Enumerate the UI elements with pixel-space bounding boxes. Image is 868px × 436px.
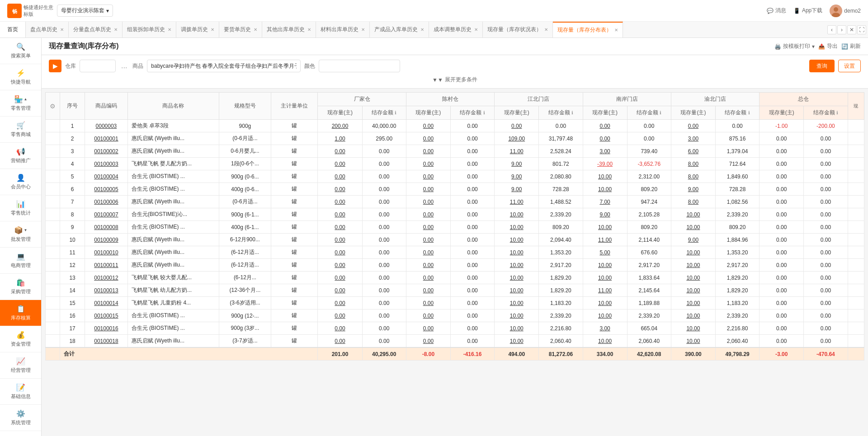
user-profile[interactable]: demo2 <box>830 5 861 17</box>
tab-material-outbound[interactable]: 材料出库单历史 ✕ <box>316 22 370 38</box>
product-input[interactable] <box>147 60 301 72</box>
setting-button[interactable]: 设置 <box>838 60 861 72</box>
cell-c-amount: 0.00 <box>450 284 494 297</box>
jb-amount-info-icon[interactable]: ℹ <box>571 110 573 115</box>
svg-point-3 <box>834 7 838 12</box>
yb-amount-info-icon[interactable]: ℹ <box>748 110 750 115</box>
sidebar-item-search[interactable]: 🔍 搜索英单 <box>0 38 41 64</box>
table-row: 17 00100016 合生元 (BIOSTIME) ... 900g (3岁.… <box>46 322 864 335</box>
cell-na-stock: 10.00 <box>583 221 627 234</box>
query-button[interactable]: 查询 <box>809 60 835 72</box>
refresh-icon: 🔄 <box>841 43 848 50</box>
warehouse-ellipsis[interactable]: ... <box>119 62 129 70</box>
tab-close-material-outbound[interactable]: ✕ <box>361 27 365 32</box>
sidebar-item-retail-mgmt[interactable]: 🏪 ▲ 零售管理 <box>0 90 41 117</box>
tab-other-outbound[interactable]: 其他出库单历史 ✕ <box>262 22 316 38</box>
sidebar-item-enterprise-coop[interactable]: 🤝 企业协同 <box>0 431 41 436</box>
cell-name: 爱他美 卓萃3段 <box>127 120 219 132</box>
tab-close-requisition[interactable]: ✕ <box>254 27 257 32</box>
tab-assembly[interactable]: 组装拆卸单历史 ✕ <box>123 22 176 38</box>
tab-inventory-count[interactable]: 盘点单历史 ✕ <box>26 22 69 38</box>
sidebar-item-quick-nav[interactable]: ⚡ 快捷导航 <box>0 64 41 90</box>
warehouse-input[interactable] <box>80 60 116 72</box>
cell-c-stock: 0.00 <box>406 284 450 297</box>
export-button[interactable]: 📤 导出 <box>818 42 838 50</box>
table-row: 16 00100015 合生元 (BIOSTIME) ... 900g (12-… <box>46 309 864 322</box>
sidebar-item-finance[interactable]: 💰 资金管理 <box>0 326 41 352</box>
cell-f-amount: 40,000.00 <box>362 120 406 132</box>
tab-close-stock-dist[interactable]: ✕ <box>614 28 618 33</box>
th-na-stock: 现存量(主) <box>583 106 627 120</box>
f-amount-info-icon[interactable]: ℹ <box>395 110 396 115</box>
tab-sub-inventory[interactable]: 分量盘点单历史 ✕ <box>69 22 123 38</box>
sidebar-item-system[interactable]: ⚙️ 系统管理 <box>0 405 41 431</box>
filter-row: ▶ 仓库 ... 商品 颜色 查询 设置 <box>49 60 861 72</box>
cell-jb-stock: 10.00 <box>495 335 539 348</box>
printer-icon: 🖨️ <box>774 43 781 50</box>
print-button[interactable]: 🖨️ 按模板打印 ▾ <box>774 42 815 50</box>
tab-stock-dist[interactable]: 现存量（库存分布表） ✕ <box>553 22 623 38</box>
cell-c-amount: 0.00 <box>450 272 494 284</box>
tab-expand-button[interactable]: ⛶ <box>857 25 866 34</box>
cell-yb-amount: 712.64 <box>715 158 759 170</box>
app-download-button[interactable]: 📱 App下载 <box>793 7 822 14</box>
cell-t-amount: 0.00 <box>804 335 848 348</box>
t-amount-info-icon[interactable]: ℹ <box>836 110 838 115</box>
sidebar-item-wholesale[interactable]: 📦 ▼ 批发管理 <box>0 221 41 248</box>
cell-spec: (6-12月... <box>219 272 271 284</box>
sidebar-item-inventory[interactable]: 📋 库存核算 <box>0 300 41 326</box>
color-input[interactable] <box>319 60 400 72</box>
tab-close-product-inbound[interactable]: ✕ <box>420 27 424 32</box>
tab-close-other-outbound[interactable]: ✕ <box>307 27 311 32</box>
tab-close-cost-adjust[interactable]: ✕ <box>474 27 478 32</box>
tab-stock-status[interactable]: 现存量（库存状况表） ✕ <box>483 22 553 38</box>
cell-f-stock: 0.00 <box>318 196 362 208</box>
sidebar-item-marketing[interactable]: 📢 营销推广 <box>0 143 41 169</box>
cell-no: 7 <box>60 196 85 208</box>
cell-na-amount: 809.20 <box>627 221 671 234</box>
message-button[interactable]: 💬 消息 <box>767 7 786 14</box>
cell-jb-stock: 10.00 <box>495 309 539 322</box>
cell-yb-amount: 875.16 <box>715 132 759 145</box>
tab-home[interactable]: 首页 <box>0 22 26 38</box>
sidebar-item-operations[interactable]: 📈 经营管理 <box>0 352 41 379</box>
cell-name: 合生元 (BIOSTIME) ... <box>127 221 219 234</box>
cell-na-stock: 10.00 <box>583 170 627 183</box>
th-jb-amount: 结存金额 ℹ <box>539 106 583 120</box>
summary-jb-stock: 494.00 <box>495 347 539 361</box>
cell-no: 2 <box>60 132 85 145</box>
filter-expand-button[interactable]: ▶ <box>49 60 61 72</box>
sidebar-item-base-info[interactable]: 📝 基础信息 <box>0 379 41 405</box>
industry-selector[interactable]: 母婴行业演示陈套 ▾ <box>57 5 113 17</box>
c-amount-info-icon[interactable]: ℹ <box>483 110 485 115</box>
tab-nav-buttons: ‹ › ✕ ⛶ <box>826 25 868 34</box>
tab-close-assembly[interactable]: ✕ <box>168 27 171 32</box>
cell-yb-amount: 0.00 <box>715 120 759 132</box>
sidebar-item-member[interactable]: 👤 会员中心 <box>0 169 41 195</box>
cell-na-amount: 0.00 <box>627 132 671 145</box>
tab-close-stock-status[interactable]: ✕ <box>544 27 548 32</box>
sidebar-item-purchase[interactable]: 🛍️ 采购管理 <box>0 274 41 300</box>
expand-more-button[interactable]: ▼▼ 展开更多条件 <box>432 76 477 84</box>
tab-next-button[interactable]: › <box>837 25 846 34</box>
tab-close-transfer[interactable]: ✕ <box>211 27 214 32</box>
cell-name: 合生元 (BIOSTIME) ... <box>127 170 219 183</box>
tab-product-inbound[interactable]: 产成品入库单历史 ✕ <box>370 22 429 38</box>
sidebar-item-retail-mall[interactable]: 🛒 零售商城 <box>0 117 41 143</box>
na-amount-info-icon[interactable]: ℹ <box>660 110 661 115</box>
gear-icon[interactable]: ⚙ <box>50 103 56 110</box>
tab-close-sub-inventory[interactable]: ✕ <box>114 27 118 32</box>
tab-prev-button[interactable]: ‹ <box>827 25 836 34</box>
cell-spec: 900g (0-6... <box>219 170 271 183</box>
sidebar-item-retail-stats[interactable]: 📊 零售统计 <box>0 195 41 221</box>
tab-requisition[interactable]: 要货单历史 ✕ <box>219 22 262 38</box>
print-dropdown-icon: ▾ <box>812 43 815 50</box>
tab-close-all-button[interactable]: ✕ <box>847 25 856 34</box>
tab-transfer[interactable]: 调拨单历史 ✕ <box>176 22 219 38</box>
refresh-button[interactable]: 🔄 刷新 <box>841 42 861 50</box>
tab-close-inventory-count[interactable]: ✕ <box>60 27 64 32</box>
summary-na-amount: 42,620.08 <box>627 347 671 361</box>
sidebar-item-ecommerce[interactable]: 💻 电商管理 <box>0 248 41 274</box>
main-content: 现存量查询(库存分布) 🖨️ 按模板打印 ▾ 📤 导出 🔄 刷新 <box>42 38 868 436</box>
tab-cost-adjust[interactable]: 成本调整单历史 ✕ <box>429 22 483 38</box>
